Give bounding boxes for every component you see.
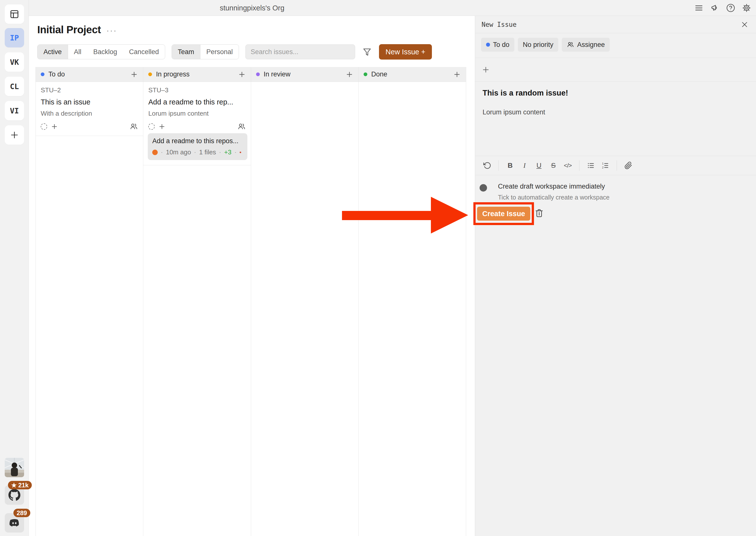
- issue-title: Add a readme to this rep...: [148, 98, 246, 106]
- members-icon[interactable]: [237, 122, 246, 131]
- add-card-button[interactable]: [453, 71, 461, 79]
- star-icon: ★: [11, 482, 17, 489]
- ordered-list-button[interactable]: 12: [599, 159, 611, 172]
- todo-status-dot: [486, 43, 490, 47]
- linked-item-extra-count: +3: [224, 149, 232, 156]
- kanban-board: To do STU–2 This is an issue With a desc…: [36, 67, 466, 536]
- add-workspace-button[interactable]: [5, 125, 24, 145]
- estimation-icon[interactable]: [41, 123, 47, 130]
- undo-icon: [483, 161, 491, 170]
- todo-status-dot: [41, 73, 45, 76]
- close-panel-button[interactable]: [739, 19, 749, 29]
- help-button[interactable]: [726, 3, 736, 13]
- megaphone-icon: [710, 4, 719, 13]
- undo-button[interactable]: [481, 159, 493, 172]
- assignee-chip[interactable]: Assignee: [562, 38, 610, 51]
- discord-count-badge: 289: [14, 509, 30, 517]
- status-chip[interactable]: To do: [481, 38, 514, 51]
- search-input[interactable]: [245, 45, 355, 59]
- issue-description: Lorum ipsum content: [148, 110, 246, 117]
- tab-backlog[interactable]: Backlog: [88, 45, 123, 59]
- svg-text:2: 2: [602, 166, 603, 169]
- settings-button[interactable]: [741, 3, 751, 13]
- issue-title-input[interactable]: This is a random issue!: [483, 88, 748, 97]
- draft-workspace-toggle[interactable]: [480, 184, 487, 191]
- code-button[interactable]: </>: [562, 159, 574, 172]
- linked-item-title: Add a readme to this repos...: [152, 137, 243, 145]
- estimation-icon[interactable]: [148, 123, 155, 130]
- strikethrough-button[interactable]: S: [547, 159, 559, 172]
- workspace-switcher-button[interactable]: [5, 5, 24, 24]
- add-attribute-button[interactable]: [482, 65, 490, 74]
- hamburger-icon: [695, 4, 703, 12]
- issue-id: STU–2: [41, 86, 138, 94]
- help-icon: [726, 4, 735, 13]
- bullet-list-button[interactable]: [585, 159, 597, 172]
- add-card-button[interactable]: [238, 71, 246, 79]
- paperclip-icon: [624, 161, 632, 170]
- bold-button[interactable]: B: [504, 159, 516, 172]
- discord-icon: [9, 517, 20, 529]
- issue-card-stu2[interactable]: STU–2 This is an issue With a descriptio…: [36, 82, 143, 136]
- column-done: Done: [359, 67, 466, 536]
- notification-dot: [240, 151, 241, 153]
- page-title: Initial Project: [37, 24, 101, 36]
- new-issue-button[interactable]: New Issue +: [379, 44, 432, 59]
- in-progress-status-dot: [148, 73, 152, 76]
- issue-id: STU–3: [148, 86, 246, 94]
- add-label-button[interactable]: [158, 123, 166, 130]
- priority-chip[interactable]: No priority: [518, 38, 558, 51]
- delete-draft-button[interactable]: [534, 209, 544, 218]
- plus-icon: [10, 130, 19, 140]
- tab-all[interactable]: All: [68, 45, 88, 59]
- sidebar-workspace-ip[interactable]: IP: [5, 28, 24, 48]
- user-avatar[interactable]: [5, 458, 24, 477]
- tab-team[interactable]: Team: [172, 45, 200, 59]
- issue-description-input[interactable]: Lorum ipsum content: [483, 109, 748, 116]
- column-in-progress: In progress STU–3 Add a readme to this r…: [143, 67, 251, 536]
- tab-active[interactable]: Active: [38, 45, 68, 59]
- italic-button[interactable]: I: [519, 159, 530, 172]
- github-stars-badge: ★ 21k: [8, 481, 32, 489]
- sidebar-workspace-cl[interactable]: CL: [5, 77, 24, 96]
- filter-button[interactable]: [362, 47, 373, 57]
- priority-chip-label: No priority: [523, 41, 553, 49]
- column-todo: To do STU–2 This is an issue With a desc…: [36, 67, 143, 536]
- tab-personal[interactable]: Personal: [200, 45, 239, 59]
- menu-button[interactable]: [694, 3, 704, 13]
- top-header: stunningpixels's Org: [29, 0, 756, 16]
- project-menu-button[interactable]: ···: [106, 25, 117, 35]
- issue-card-stu3[interactable]: STU–3 Add a readme to this rep... Lorum …: [143, 82, 251, 133]
- status-filter-tabs: Active All Backlog Cancelled: [37, 45, 165, 59]
- members-icon[interactable]: [130, 122, 138, 131]
- add-label-button[interactable]: [51, 123, 58, 130]
- column-in-review: In review: [251, 67, 359, 536]
- discord-member-count: 289: [17, 510, 27, 517]
- add-card-button[interactable]: [130, 71, 138, 79]
- annotation-arrow-head: [431, 197, 468, 233]
- underline-button[interactable]: U: [533, 159, 545, 172]
- sidebar-workspace-vi[interactable]: VI: [5, 101, 24, 120]
- ordered-list-icon: 12: [601, 161, 609, 170]
- github-star-count: 21k: [18, 482, 28, 489]
- attachment-button[interactable]: [622, 159, 634, 172]
- scope-filter-tabs: Team Personal: [172, 45, 239, 59]
- linked-item-files: 1 files: [199, 149, 216, 156]
- tab-cancelled[interactable]: Cancelled: [123, 45, 165, 59]
- svg-text:1: 1: [602, 162, 603, 165]
- members-icon: [567, 41, 574, 49]
- funnel-icon: [363, 48, 372, 56]
- linked-item-time: 10m ago: [166, 149, 191, 156]
- linked-item-card[interactable]: Add a readme to this repos... · 10m ago …: [148, 133, 247, 160]
- board-view: Initial Project ··· Active All Backlog C…: [29, 16, 475, 536]
- announcements-button[interactable]: [710, 3, 720, 13]
- done-status-dot: [364, 73, 367, 76]
- github-icon: [9, 489, 20, 501]
- annotation-arrow-shaft: [342, 211, 434, 220]
- sidebar-workspace-vk[interactable]: VK: [5, 52, 24, 72]
- add-card-button[interactable]: [345, 71, 353, 79]
- panel-title: New Issue: [482, 21, 739, 28]
- create-issue-button[interactable]: Create Issue: [477, 207, 530, 220]
- org-title: stunningpixels's Org: [29, 0, 475, 16]
- linked-item-status-dot: [152, 150, 158, 155]
